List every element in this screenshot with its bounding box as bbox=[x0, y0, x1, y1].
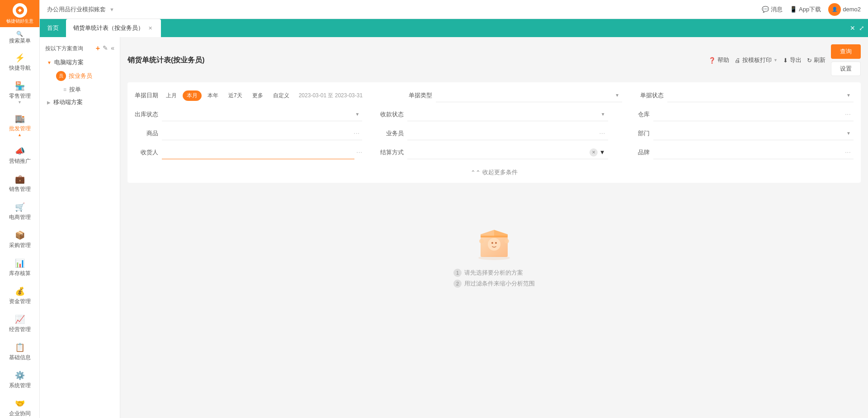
breadcrumb-dropdown-icon[interactable]: ▼ bbox=[109, 7, 114, 12]
tree-desktop-arrow: ▼ bbox=[47, 60, 52, 65]
payment-method-wrapper[interactable]: ✕ ▼ bbox=[407, 146, 608, 159]
date-btn-7days[interactable]: 近7天 bbox=[224, 90, 246, 101]
app-logo: 畅捷销好生意 bbox=[0, 0, 40, 27]
tab-home[interactable]: 首页 bbox=[40, 19, 66, 37]
brand-label: 品牌 bbox=[626, 148, 650, 157]
help-btn[interactable]: ❓ 帮助 bbox=[708, 56, 729, 64]
settings-button[interactable]: 设置 bbox=[831, 62, 861, 76]
date-btn-this-year[interactable]: 本年 bbox=[203, 90, 222, 101]
filter-brand: 品牌 ··· bbox=[626, 146, 854, 159]
doc-status-dropdown[interactable]: ▼ bbox=[667, 89, 854, 102]
receiver-dots-icon[interactable]: ··· bbox=[356, 148, 362, 157]
brand-dots-icon[interactable]: ··· bbox=[845, 148, 851, 157]
ecommerce-label: 电商管理 bbox=[9, 214, 31, 221]
svg-point-8 bbox=[495, 242, 497, 244]
tree-mobile[interactable]: ▶ 移动端方案 bbox=[40, 96, 120, 109]
page-actions: ❓ 帮助 🖨 按模板打印 ▼ ⬇ 导出 ↻ 刷新 bbox=[708, 44, 861, 76]
filter-receiver: 收货人 ··· bbox=[135, 146, 362, 159]
tree-by-salesperson[interactable]: 员 按业务员 bbox=[40, 69, 120, 83]
sidebar-item-shortcut[interactable]: ⚡ 快捷导航 bbox=[0, 48, 40, 76]
message-icon: 💬 bbox=[762, 6, 769, 13]
date-btn-more[interactable]: 更多 bbox=[248, 90, 267, 101]
marketing-label: 营销推广 bbox=[9, 157, 31, 165]
left-panel-header: 按以下方案查询 + ✎ « bbox=[40, 42, 120, 56]
collapse-btn[interactable]: ⌃⌃ 收起更多条件 bbox=[471, 168, 518, 176]
date-range: 2023-03-01 至 2023-03-31 bbox=[299, 92, 363, 100]
goods-dots-icon[interactable]: ··· bbox=[354, 129, 359, 138]
filter-warehouse: 仓库 ··· bbox=[626, 108, 854, 121]
payment-method-label: 结算方式 bbox=[380, 148, 404, 157]
tree-desktop[interactable]: ▼ 电脑端方案 bbox=[40, 56, 120, 69]
payment-status-dropdown[interactable]: ▼ bbox=[407, 108, 608, 121]
sidebar-item-basic-info[interactable]: 📋 基础信息 bbox=[0, 338, 40, 366]
collapse-panel-icon[interactable]: « bbox=[111, 44, 114, 52]
template-print-btn[interactable]: 🖨 按模板打印 ▼ bbox=[735, 56, 778, 64]
sidebar-item-inventory[interactable]: 📊 库存核算 bbox=[0, 254, 40, 282]
ecommerce-icon: 🛒 bbox=[15, 202, 25, 212]
user-profile[interactable]: 👤 demo2 bbox=[828, 3, 861, 16]
salesperson-dots-icon[interactable]: ··· bbox=[599, 129, 605, 138]
sidebar-item-operations[interactable]: 📈 经营管理 bbox=[0, 310, 40, 338]
sidebar-item-purchase[interactable]: 📦 采购管理 bbox=[0, 226, 40, 254]
date-btns: 上月 本月 本年 近7天 更多 自定义 bbox=[162, 90, 293, 101]
refresh-btn[interactable]: ↻ 刷新 bbox=[807, 56, 826, 64]
template-print-icon: 🖨 bbox=[735, 57, 741, 64]
tab-sales-stats[interactable]: 销货单统计表（按业务员） ✕ bbox=[66, 19, 161, 37]
inventory-label: 库存核算 bbox=[9, 270, 31, 277]
svg-point-9 bbox=[479, 239, 484, 243]
sidebar-item-finance[interactable]: 💰 资金管理 bbox=[0, 282, 40, 310]
sidebar-item-marketing[interactable]: 📣 营销推广 bbox=[0, 142, 40, 170]
department-label: 部门 bbox=[626, 129, 650, 138]
empty-hints: 1 请先选择要分析的方案 2 用过滤条件来缩小分析范围 bbox=[453, 269, 535, 290]
doc-type-arrow: ▼ bbox=[615, 93, 619, 98]
svg-marker-4 bbox=[494, 230, 508, 237]
shortcut-label: 快捷导航 bbox=[9, 64, 31, 72]
salesperson-input-wrapper[interactable]: ··· bbox=[407, 127, 608, 140]
payment-method-clear-icon[interactable]: ✕ bbox=[590, 148, 598, 157]
svg-point-10 bbox=[505, 239, 509, 243]
app-download-btn[interactable]: 📱 App下载 bbox=[790, 5, 821, 14]
tree-by-order[interactable]: ≡ 按单 bbox=[40, 83, 120, 96]
department-arrow: ▼ bbox=[846, 131, 851, 136]
date-btn-custom[interactable]: 自定义 bbox=[269, 90, 293, 101]
add-scheme-icon[interactable]: + bbox=[96, 44, 100, 52]
system-icon: ⚙️ bbox=[15, 370, 25, 380]
enterprise-label: 企业协同 bbox=[9, 410, 31, 418]
out-status-arrow: ▼ bbox=[355, 112, 359, 117]
date-btn-last-month[interactable]: 上月 bbox=[162, 90, 181, 101]
tab-expand-icon[interactable]: ⤢ bbox=[859, 24, 864, 32]
tab-close-window-icon[interactable]: ✕ bbox=[850, 24, 855, 32]
hint-num-2: 2 bbox=[453, 280, 462, 288]
purchase-label: 采购管理 bbox=[9, 242, 31, 249]
brand-input-wrapper[interactable]: ··· bbox=[653, 146, 854, 159]
message-btn[interactable]: 💬 消息 bbox=[762, 5, 783, 14]
sidebar-item-enterprise[interactable]: 🤝 企业协同 bbox=[0, 394, 40, 418]
sidebar-item-ecommerce[interactable]: 🛒 电商管理 bbox=[0, 198, 40, 226]
sidebar-item-system[interactable]: ⚙️ 系统管理 bbox=[0, 366, 40, 394]
department-dropdown[interactable]: ▼ bbox=[653, 127, 854, 140]
edit-scheme-icon[interactable]: ✎ bbox=[103, 44, 108, 52]
out-status-label: 出库状态 bbox=[135, 110, 158, 119]
goods-input-wrapper[interactable]: ··· bbox=[162, 127, 362, 140]
sidebar-item-retail[interactable]: 🏪 零售管理 ▼ bbox=[0, 76, 40, 109]
query-button[interactable]: 查询 bbox=[831, 44, 861, 59]
warehouse-dots-icon[interactable]: ··· bbox=[845, 110, 851, 119]
search-menu-item[interactable]: 🔍 搜索菜单 bbox=[0, 27, 40, 48]
out-status-dropdown[interactable]: ▼ bbox=[162, 108, 362, 121]
doc-type-dropdown[interactable]: ▼ bbox=[436, 89, 622, 102]
tab-close-icon[interactable]: ✕ bbox=[146, 24, 154, 32]
export-btn[interactable]: ⬇ 导出 bbox=[783, 56, 802, 64]
sidebar-item-sales[interactable]: 💼 销售管理 bbox=[0, 170, 40, 198]
order-icon: ≡ bbox=[63, 86, 66, 93]
left-panel-title: 按以下方案查询 bbox=[45, 45, 83, 52]
filter-row-2: 出库状态 ▼ 收款状态 ▼ bbox=[135, 108, 854, 121]
doc-status-label: 单据状态 bbox=[640, 91, 664, 100]
receiver-input[interactable] bbox=[162, 146, 354, 159]
date-btn-this-month[interactable]: 本月 bbox=[183, 90, 202, 101]
wholesale-arrow: ▲ bbox=[18, 133, 22, 137]
warehouse-input-wrapper[interactable]: ··· bbox=[653, 108, 854, 121]
filter-area: 单据日期 上月 本月 本年 近7天 更多 自定义 2023-03-01 至 20… bbox=[127, 82, 861, 183]
empty-state: 1 请先选择要分析的方案 2 用过滤条件来缩小分析范围 bbox=[127, 189, 861, 318]
sidebar-item-wholesale[interactable]: 🏬 批发管理 ▲ bbox=[0, 109, 40, 142]
filter-date: 单据日期 上月 本月 本年 近7天 更多 自定义 2023-03-01 至 20… bbox=[135, 90, 391, 101]
